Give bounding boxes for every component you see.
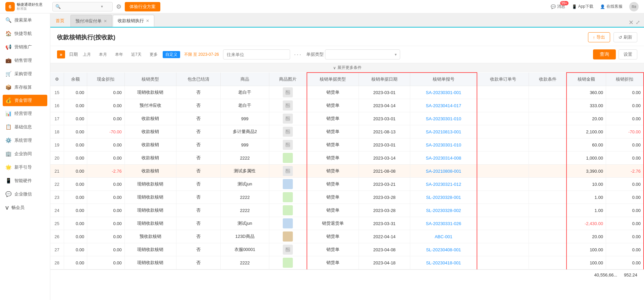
date-last-7days-btn[interactable]: 近7天 (128, 51, 145, 58)
row-writeoff-bill-no[interactable]: SA-20230314-008 (410, 152, 477, 165)
tab-collection[interactable]: 收款核销执行 ✕ (113, 15, 154, 27)
date-last-month-btn[interactable]: 上月 (80, 51, 94, 58)
table-row: 19 0.00 0.00 收款核销 否 999 销货单 2023-03-01 S… (50, 138, 644, 152)
row-include-settled: 否 (176, 125, 221, 138)
app-download-button[interactable]: 📱 App下载 (572, 4, 593, 9)
row-goods-image (269, 165, 307, 178)
row-receipt-condition (529, 178, 567, 191)
row-writeoff-bill-no[interactable]: ABC-001 (410, 230, 477, 243)
row-goods: 衣服00001 (221, 243, 269, 256)
online-service-button[interactable]: 👤 在线客服 (600, 4, 623, 9)
col-receipt-condition-header: 收款条件 (529, 73, 567, 86)
tab-prepay-close[interactable]: ✕ (104, 19, 107, 24)
row-writeoff-bill-no[interactable]: SA-20210813-001 (410, 125, 477, 138)
row-receipt-order-no (477, 204, 529, 217)
setting-button[interactable]: 设置 (619, 49, 637, 59)
row-goods-image (269, 230, 307, 243)
date-this-year-btn[interactable]: 本年 (112, 51, 126, 58)
table-container[interactable]: ⚙ 余额 现金折扣 核销类型 包含已结清 商品 商品图片 核销单据类型 核销单据… (50, 72, 644, 300)
sidebar-item-system[interactable]: ⚙️ 系统管理 (0, 134, 50, 147)
app-name: 畅捷通谱好生意 (17, 2, 43, 7)
row-writeoff-bill-date: 2021-08-08 (359, 165, 410, 178)
row-writeoff-bill-no[interactable]: SA-20230301-010 (410, 112, 477, 125)
from-unit-input[interactable] (223, 49, 290, 59)
chevron-down-icon[interactable]: ▼ (100, 5, 104, 8)
tab-collection-close[interactable]: ✕ (146, 18, 149, 23)
row-writeoff-bill-no[interactable]: SA-20230301-010 (410, 138, 477, 152)
row-balance: 0.00 (64, 99, 87, 112)
row-receipt-order-no (477, 243, 529, 256)
filter-expand-button[interactable]: » (57, 50, 65, 58)
sidebar-item-base-info[interactable]: 📋 基础信息 (0, 120, 50, 134)
row-goods-image (269, 112, 307, 125)
row-writeoff-bill-no[interactable]: SA-20210808-001 (410, 165, 477, 178)
refresh-button[interactable]: ↺ 刷新 (613, 32, 637, 42)
row-writeoff-bill-no[interactable]: SL-20230418-001 (410, 256, 477, 269)
tab-home[interactable]: 首页 (50, 15, 70, 27)
date-more-btn[interactable]: 更多 (147, 51, 161, 58)
settings-icon[interactable]: ⚙ (55, 77, 59, 82)
date-custom-badge[interactable]: 自定义 (163, 51, 180, 58)
search-box[interactable]: 🔍 ▼ (52, 2, 113, 11)
row-receipt-condition (529, 230, 567, 243)
row-writeoff-amount: 3,390.00 (567, 165, 606, 178)
expand-more-button[interactable]: ∨ 展开更多条件 (333, 65, 362, 71)
tab-close-all-button[interactable]: ✕ (629, 19, 634, 26)
newbie-icon: 🌟 (5, 164, 12, 170)
row-writeoff-bill-type: 销货单 (307, 86, 359, 99)
row-writeoff-type: 收款核销 (124, 152, 176, 165)
row-receipt-order-no (477, 99, 529, 112)
query-button[interactable]: 查询 (593, 49, 616, 59)
row-goods: 999 (221, 112, 269, 125)
row-writeoff-bill-no[interactable]: SL-20230408-001 (410, 243, 477, 256)
row-writeoff-bill-no[interactable]: SL-20230328-001 (410, 191, 477, 204)
industry-solution-button[interactable]: 体验行业方案 (125, 2, 160, 11)
user-avatar[interactable]: Rit (629, 2, 639, 11)
row-cash-discount: 0.00 (87, 138, 125, 152)
gear-button[interactable]: ⚙ (116, 3, 121, 10)
row-writeoff-amount: 1.00 (567, 191, 606, 204)
row-include-settled: 否 (176, 191, 221, 204)
sidebar-item-enterprise[interactable]: 🏢 企业协同 (0, 147, 50, 161)
tab-prepay[interactable]: 预付冲应付单 ✕ (70, 15, 112, 27)
sidebar-item-sales[interactable]: 💼 销售管理 (0, 54, 50, 67)
vip-icon: V (5, 205, 9, 211)
row-goods: 老白干 (221, 86, 269, 99)
row-writeoff-bill-type: 销货单 (307, 152, 359, 165)
base-info-icon: 📋 (5, 124, 12, 130)
row-no: 25 (50, 217, 64, 230)
row-writeoff-bill-no[interactable]: SL-20230328-002 (410, 204, 477, 217)
sidebar-item-newbie[interactable]: 🌟 新手引导 (0, 161, 50, 174)
sidebar-item-smart-hw[interactable]: 📱 智能硬件 (0, 174, 50, 187)
bill-type-select[interactable] (325, 49, 400, 59)
sidebar-item-inventory[interactable]: 📦 库存核算 (0, 81, 50, 94)
date-this-month-btn[interactable]: 本月 (96, 51, 110, 58)
refresh-icon: ↺ (619, 35, 622, 40)
row-writeoff-bill-no[interactable]: SA-20230321-012 (410, 178, 477, 191)
row-include-settled: 否 (176, 178, 221, 191)
row-include-settled: 否 (176, 99, 221, 112)
export-button[interactable]: ↑ 导出 (588, 32, 610, 42)
tab-fullscreen-button[interactable]: ⤢ (636, 20, 640, 25)
row-writeoff-bill-no[interactable]: SA-20230414-017 (410, 99, 477, 112)
row-writeoff-amount: 2,100.00 (567, 125, 606, 138)
sidebar-item-quick-nav[interactable]: 🏠 快捷导航 (0, 27, 50, 40)
sidebar-item-finance[interactable]: 💰 资金管理 (3, 95, 47, 106)
search-input[interactable] (62, 4, 99, 9)
message-button[interactable]: 💬 消息 99+ (551, 4, 565, 9)
sidebar-item-marketing[interactable]: 📢 营销推广 (0, 40, 50, 54)
row-balance: 0.00 (64, 138, 87, 152)
sidebar-item-search-menu[interactable]: 🔍 搜索菜单 (0, 13, 50, 27)
sidebar-item-vip[interactable]: V 畅会员 (0, 201, 50, 214)
row-goods: 999 (221, 138, 269, 152)
sidebar-item-purchase[interactable]: 🛒 采购管理 (0, 67, 50, 81)
date-filter-label: 日期 (69, 51, 78, 57)
row-writeoff-amount: 10.00 (567, 178, 606, 191)
sidebar-item-operation[interactable]: 📊 经营管理 (0, 107, 50, 120)
sidebar-item-wechat[interactable]: 💬 企业微信 (0, 187, 50, 201)
row-writeoff-bill-no[interactable]: SA-20230301-001 (410, 86, 477, 99)
col-settings-header[interactable]: ⚙ (50, 73, 64, 86)
row-goods-image (269, 178, 307, 191)
sidebar: 🔍 搜索菜单 🏠 快捷导航 📢 营销推广 💼 销售管理 🛒 采购管理 📦 库存核… (0, 13, 50, 300)
row-writeoff-bill-no[interactable]: SA-20230331-026 (410, 217, 477, 230)
